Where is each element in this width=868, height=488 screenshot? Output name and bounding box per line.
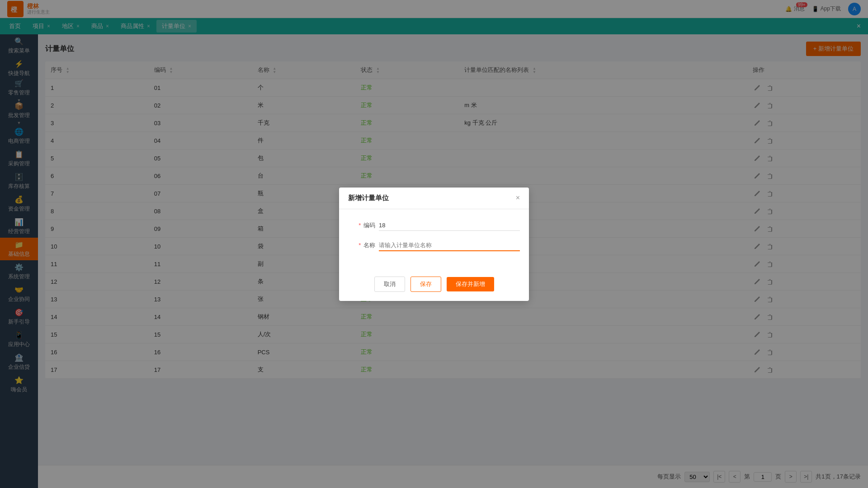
- required-star-code: *: [359, 222, 361, 229]
- modal-close-button[interactable]: ×: [516, 194, 520, 202]
- required-star-name: *: [359, 242, 361, 249]
- cancel-button[interactable]: 取消: [374, 277, 405, 292]
- form-row-name: * 名称: [348, 240, 520, 251]
- save-and-new-button[interactable]: 保存并新增: [447, 277, 494, 291]
- name-input[interactable]: [379, 240, 520, 251]
- modal-footer: 取消 保存 保存并新增: [339, 271, 529, 301]
- form-row-code: * 编码: [348, 220, 520, 231]
- save-button[interactable]: 保存: [410, 277, 441, 292]
- modal-overlay[interactable]: 新增计量单位 × * 编码 * 名称 取消 保存 保存并新增: [0, 0, 868, 488]
- add-unit-modal: 新增计量单位 × * 编码 * 名称 取消 保存 保存并新增: [339, 188, 529, 301]
- code-input[interactable]: [379, 220, 520, 231]
- code-label: * 编码: [348, 221, 375, 230]
- modal-title: 新增计量单位: [348, 194, 389, 202]
- modal-header: 新增计量单位 ×: [339, 188, 529, 209]
- name-label: * 名称: [348, 241, 375, 249]
- modal-body: * 编码 * 名称: [339, 209, 529, 271]
